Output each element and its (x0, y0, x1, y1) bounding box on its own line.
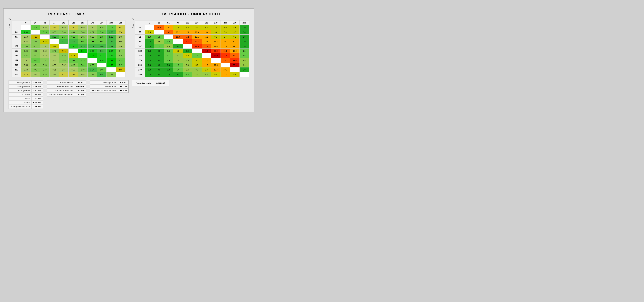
os-col-header: 51 (164, 20, 173, 25)
rt-cell: 3.58 (78, 72, 88, 77)
worst-label: Worst (9, 101, 32, 105)
os-cell: 35.0 (211, 53, 221, 58)
os-cell: 16.9 (154, 25, 164, 30)
rt-row-header: 51 (12, 34, 21, 39)
os-cell: 12.2 (183, 30, 192, 34)
refresh-window-value: 6.94 ms (75, 84, 86, 88)
left-stats-block: Average G2G 3.34 ms Average Rise 3.10 ms… (8, 80, 43, 109)
os-cell (164, 34, 173, 39)
rt-cell: 3.59 (40, 49, 50, 53)
rt-cell: 3.72 (59, 72, 68, 77)
avg-rise-value: 3.10 ms (31, 84, 43, 88)
os-cell: 12.4 (220, 44, 230, 49)
os-cell: 9.0 (230, 34, 240, 39)
os-cell: 0.0 (240, 34, 249, 39)
rt-cell: 3.39 (78, 68, 88, 72)
os-cell: 10.4 (230, 39, 240, 44)
os-cell: 10.4 (202, 30, 211, 34)
os-cell: 9.0 (220, 30, 230, 34)
rt-cell: 3.92 (50, 25, 59, 30)
os-cell: 2.4 (183, 68, 192, 72)
os-cell: 12.4 (220, 72, 230, 77)
rt-cell: 3.46 (21, 49, 31, 53)
os-cell: 11.3 (211, 39, 221, 44)
os-cell: 11.3 (202, 63, 211, 68)
avg-g2g-label: Average G2G (9, 80, 32, 84)
rt-cell: 3.55 (21, 63, 31, 68)
os-cell (230, 68, 240, 72)
rt-cell: 2.95 (106, 34, 116, 39)
os-cell: 6.0 (183, 53, 192, 58)
os-cell: 9.5 (183, 25, 192, 30)
os-cell: 17.2 (202, 44, 211, 49)
avg-error-label: Average Error (90, 80, 118, 84)
os-cell: 0.0 (145, 63, 154, 68)
refresh-window-label: Refresh Window (47, 84, 75, 88)
os-cell: 10.2 (164, 25, 173, 30)
rt-col-header: 0 (21, 20, 31, 25)
os-cell: 3.3 (183, 63, 192, 68)
best-value: 1.93 ms (31, 97, 43, 101)
os-cell: 0.0 (154, 58, 164, 63)
os-row-header: 153 (135, 53, 145, 58)
rt-cell: 3.58 (40, 53, 50, 58)
rt-cell: 3.59 (50, 63, 59, 68)
rt-cell: 3.70 (68, 25, 78, 30)
rt-cell: 3.15 (40, 30, 50, 34)
rt-cell: 1.93 (88, 53, 97, 58)
rt-cell: 3.32 (31, 53, 40, 58)
rt-cell: 2.38 (97, 58, 106, 63)
os-cell: 10.0 (220, 39, 230, 44)
avg-dark-label: Average Dark Level (9, 105, 32, 109)
rt-cell: 3.47 (31, 68, 40, 72)
rt-col-header: 51 (40, 20, 50, 25)
rt-row-header: 26 (12, 30, 21, 34)
percent-in-window-plus-value: 100.0 % (75, 92, 86, 97)
os-cell: 4.4 (240, 63, 249, 68)
rt-row-header: 153 (12, 53, 21, 58)
rt-cell: 3.75 (21, 72, 31, 77)
rt-col-header: 255 (116, 20, 126, 25)
rt-cell: 3.08 (97, 39, 106, 44)
rt-cell: 4.91 (59, 49, 68, 53)
zero-255-value: 7.58 ms (31, 92, 43, 97)
os-cell: 2.5 (154, 39, 164, 44)
rt-cell: 3.69 (59, 25, 68, 30)
os-cell: 3.2 (173, 53, 183, 58)
os-cell: 17.5 (192, 39, 202, 44)
rt-cell: 3.15 (97, 34, 106, 39)
rt-cell: 2.98 (50, 34, 59, 39)
rt-cell: 3.17 (68, 58, 78, 63)
rt-cell: 3.43 (78, 30, 88, 34)
rt-cell: 3.25 (31, 58, 40, 63)
rt-row-header: 230 (12, 68, 21, 72)
overshoot-from-label: From (132, 24, 134, 28)
overshoot-matrix-area: 0265177102128153179204230255 016.910.27.… (135, 20, 249, 77)
os-row-header: 204 (135, 63, 145, 68)
overdrive-mode-value: Normal (153, 80, 167, 86)
rt-cell: 3.59 (116, 39, 126, 44)
rt-cell: 3.63 (50, 72, 59, 77)
rt-cell: 2.36 (106, 53, 116, 58)
rt-cell: 3.61 (50, 68, 59, 72)
os-cell: 2.6 (173, 58, 183, 63)
os-row-header: 102 (135, 44, 145, 49)
rt-cell: 1.98 (106, 63, 116, 68)
rt-cell: 2.98 (106, 30, 116, 34)
overdrive-box: Overdrive Mode Normal (132, 80, 169, 86)
rt-cell (50, 39, 59, 44)
os-cell: 2.2 (192, 72, 202, 77)
rt-cell: 4.97 (31, 34, 40, 39)
rt-cell: 5.34 (40, 39, 50, 44)
os-cell: 8.1 (192, 25, 202, 30)
os-cell: 6.3 (202, 68, 211, 72)
os-cell: 1.1 (164, 53, 173, 58)
rt-cell: 3.11 (88, 39, 97, 44)
rt-cell: 3.38 (50, 30, 59, 34)
os-cell: 0.0 (240, 44, 249, 49)
os-col-header: 128 (192, 20, 202, 25)
os-cell: 1.5 (192, 53, 202, 58)
rt-cell: 3.65 (59, 68, 68, 72)
rt-cell: 3.47 (40, 58, 50, 63)
os-cell: 11.1 (230, 44, 240, 49)
